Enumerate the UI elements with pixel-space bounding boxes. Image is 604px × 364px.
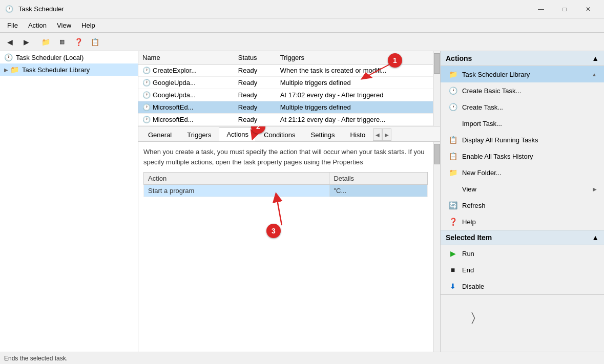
table-row[interactable]: 🕐GoogleUpda... Ready At 17:02 every day … bbox=[138, 89, 433, 101]
run-item[interactable]: ▶ Run bbox=[441, 245, 604, 262]
center-panel: 1 Name Status Triggers bbox=[138, 51, 440, 352]
disable-label: Disable bbox=[462, 283, 484, 290]
display-running-icon: 📋 bbox=[448, 135, 458, 145]
toolbar: ◀ ▶ 📁 ▦ ❓ 📋 bbox=[0, 33, 604, 51]
window-title: Task Scheduler bbox=[18, 5, 529, 13]
enable-all-tasks-history-item[interactable]: 📋 Enable All Tasks History bbox=[441, 148, 604, 164]
task-list-scrollbar[interactable] bbox=[433, 51, 440, 126]
tree-item-root[interactable]: 🕐 Task Scheduler (Local) bbox=[0, 51, 138, 63]
forward-button[interactable]: ▶ bbox=[18, 35, 34, 49]
disable-item[interactable]: ⬇ Disable bbox=[441, 278, 604, 294]
annotation-3: 3 bbox=[266, 224, 281, 238]
menu-help[interactable]: Help bbox=[76, 20, 100, 31]
import-task-label: Import Task... bbox=[462, 120, 502, 127]
task-scheduler-library-item[interactable]: 📁 Task Scheduler Library ▲ bbox=[441, 66, 604, 82]
menu-file[interactable]: File bbox=[2, 20, 23, 31]
refresh-item[interactable]: 🔄 Refresh bbox=[441, 197, 604, 213]
view-item[interactable]: View ▶ bbox=[441, 181, 604, 197]
task-list-area: 1 Name Status Triggers bbox=[138, 51, 440, 126]
enable-history-icon: 📋 bbox=[448, 151, 458, 161]
menu-action[interactable]: Action bbox=[23, 20, 52, 31]
rp-selected-section: Selected Item ▲ ▶ Run ■ End ⬇ Disable bbox=[441, 230, 604, 295]
create-task-icon: 🕐 bbox=[448, 102, 458, 112]
create-basic-task-item[interactable]: 🕐 Create Basic Task... bbox=[441, 82, 604, 99]
folder-rp-icon: 📁 bbox=[448, 69, 458, 79]
back-button[interactable]: ◀ bbox=[2, 35, 17, 49]
display-running-tasks-item[interactable]: 📋 Display All Running Tasks bbox=[441, 132, 604, 148]
create-task-item[interactable]: 🕐 Create Task... bbox=[441, 99, 604, 115]
col-name: Name bbox=[138, 51, 234, 65]
view-icon bbox=[448, 184, 458, 194]
close-button[interactable]: ✕ bbox=[576, 0, 600, 18]
col-triggers: Triggers bbox=[276, 51, 433, 65]
rp-selected-header[interactable]: Selected Item ▲ bbox=[441, 230, 604, 245]
create-basic-icon: 🕐 bbox=[448, 85, 458, 96]
actions-table-row[interactable]: Start a program "C... bbox=[144, 185, 428, 197]
help-rp-item[interactable]: ❓ Help bbox=[441, 213, 604, 230]
table-row[interactable]: 🕐MicrosoftEd... Ready At 21:12 every day… bbox=[138, 114, 433, 126]
menu-view[interactable]: View bbox=[52, 20, 76, 31]
end-icon: ■ bbox=[448, 265, 458, 275]
tab-history[interactable]: Histo bbox=[343, 128, 373, 141]
tabs-scroll-right[interactable]: ▶ bbox=[382, 129, 391, 141]
tab-triggers[interactable]: Triggers bbox=[179, 128, 219, 141]
tab-general[interactable]: General bbox=[140, 128, 179, 141]
tab-settings[interactable]: Settings bbox=[303, 128, 343, 141]
detail-scrollbar[interactable] bbox=[433, 142, 440, 352]
detail-with-scroll: When you create a task, you must specify… bbox=[138, 142, 440, 352]
view-label: View bbox=[462, 185, 476, 193]
clock-icon: 🕐 bbox=[4, 53, 13, 61]
create-task-label: Create Task... bbox=[462, 103, 503, 111]
scrollbar-thumb[interactable] bbox=[434, 53, 440, 74]
task-table: Name Status Triggers 🕐CreateExplor... Re… bbox=[138, 51, 433, 126]
rp-actions-section: Actions ▲ 📁 Task Scheduler Library ▲ 🕐 C… bbox=[441, 51, 604, 230]
run-icon: ▶ bbox=[448, 248, 458, 259]
rp-actions-collapse-icon: ▲ bbox=[592, 54, 599, 62]
status-text: Ends the selected task. bbox=[4, 355, 68, 362]
display-running-label: Display All Running Tasks bbox=[462, 136, 538, 144]
rp-actions-title: Actions bbox=[446, 54, 472, 62]
folder-button[interactable]: 📁 bbox=[38, 35, 53, 49]
main-content: 🕐 Task Scheduler (Local) ▶ 📁 Task Schedu… bbox=[0, 51, 604, 352]
grid-button[interactable]: ▦ bbox=[54, 35, 70, 49]
table-row[interactable]: 🕐GoogleUpda... Ready Multiple triggers d… bbox=[138, 77, 433, 89]
task-scheduler-library-label: Task Scheduler Library bbox=[462, 71, 530, 78]
end-label: End bbox=[462, 266, 474, 274]
actions-col-details: Details bbox=[329, 173, 428, 185]
tabs-scroll-left[interactable]: ◀ bbox=[373, 129, 382, 141]
end-item[interactable]: ■ End bbox=[441, 262, 604, 278]
refresh-label: Refresh bbox=[462, 202, 486, 209]
table-row[interactable]: 🕐CreateExplor... Ready When the task is … bbox=[138, 65, 433, 77]
new-folder-item[interactable]: 📁 New Folder... bbox=[441, 164, 604, 181]
view-submenu-icon: ▶ bbox=[593, 186, 597, 192]
tabs-bar: General Triggers Actions Conditions Sett… bbox=[138, 126, 440, 142]
detail-scrollbar-thumb[interactable] bbox=[434, 144, 440, 164]
new-folder-label: New Folder... bbox=[462, 169, 502, 177]
actions-inner-table: Action Details Start a program "C... bbox=[143, 172, 428, 197]
properties-toolbar-button[interactable]: 📋 bbox=[87, 35, 102, 49]
maximize-button[interactable]: □ bbox=[553, 0, 576, 18]
refresh-icon: 🔄 bbox=[448, 200, 458, 210]
help-toolbar-button[interactable]: ❓ bbox=[71, 35, 86, 49]
rp-actions-header[interactable]: Actions ▲ bbox=[441, 51, 604, 66]
create-basic-label: Create Basic Task... bbox=[462, 87, 521, 95]
svg-line-2 bbox=[277, 197, 282, 225]
minimize-button[interactable]: — bbox=[529, 0, 553, 18]
detail-area: General Triggers Actions Conditions Sett… bbox=[138, 126, 440, 352]
tab-conditions[interactable]: Conditions bbox=[256, 128, 303, 141]
window-controls: — □ ✕ bbox=[529, 0, 600, 18]
chevron-icon: ▲ bbox=[592, 72, 597, 77]
app-icon: 🕐 bbox=[4, 4, 14, 14]
import-task-icon bbox=[448, 118, 458, 129]
expand-icon: ▶ bbox=[4, 67, 8, 73]
tab-actions[interactable]: Actions bbox=[219, 127, 256, 141]
enable-history-label: Enable All Tasks History bbox=[462, 153, 533, 160]
titlebar: 🕐 Task Scheduler — □ ✕ bbox=[0, 0, 604, 18]
col-status: Status bbox=[234, 51, 276, 65]
table-row[interactable]: 🕐MicrosoftEd... Ready Multiple triggers … bbox=[138, 101, 433, 114]
import-task-item[interactable]: Import Task... bbox=[441, 115, 604, 132]
tree-root-label: Task Scheduler (Local) bbox=[16, 54, 84, 61]
tree-item-library[interactable]: ▶ 📁 Task Scheduler Library bbox=[0, 63, 138, 76]
statusbar: Ends the selected task. bbox=[0, 352, 604, 364]
right-panel: Actions ▲ 📁 Task Scheduler Library ▲ 🕐 C… bbox=[440, 51, 604, 352]
